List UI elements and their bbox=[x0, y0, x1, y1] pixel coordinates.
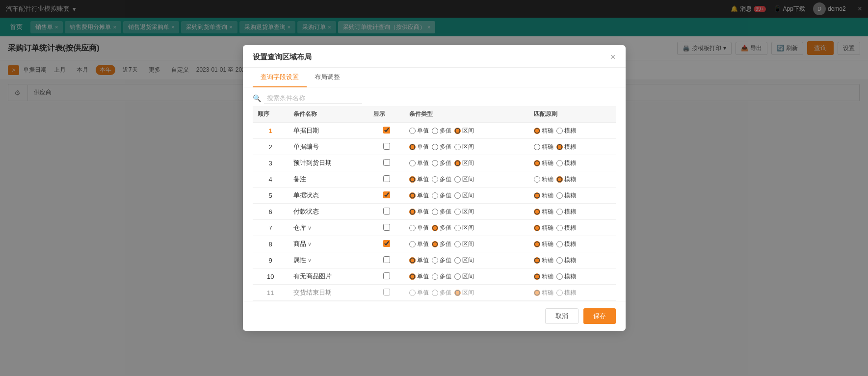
show-checkbox[interactable] bbox=[383, 175, 390, 182]
type-radio-单值[interactable] bbox=[409, 160, 416, 166]
type-option-多值[interactable]: 多值 bbox=[432, 272, 451, 281]
type-option-区间[interactable]: 区间 bbox=[454, 208, 474, 216]
type-radio-多值[interactable] bbox=[432, 144, 438, 150]
type-option-单值[interactable]: 单值 bbox=[409, 256, 429, 265]
type-radio-多值[interactable] bbox=[432, 209, 438, 215]
type-radio-多值[interactable] bbox=[432, 176, 438, 183]
type-option-多值[interactable]: 多值 bbox=[432, 289, 451, 297]
type-radio-单值[interactable] bbox=[409, 128, 416, 134]
match-option-模糊[interactable]: 模糊 bbox=[556, 256, 576, 265]
type-radio-区间[interactable] bbox=[454, 209, 461, 215]
match-option-模糊[interactable]: 模糊 bbox=[556, 208, 576, 216]
match-radio-精确[interactable] bbox=[534, 192, 540, 199]
show-checkbox[interactable] bbox=[383, 272, 390, 279]
match-option-模糊[interactable]: 模糊 bbox=[556, 175, 576, 184]
match-radio-模糊[interactable] bbox=[556, 225, 563, 231]
type-radio-单值[interactable] bbox=[409, 257, 416, 264]
match-radio-模糊[interactable] bbox=[556, 290, 563, 296]
type-radio-单值[interactable] bbox=[409, 273, 416, 280]
match-option-精确[interactable]: 精确 bbox=[534, 127, 553, 135]
match-radio-模糊[interactable] bbox=[556, 160, 563, 166]
match-radio-精确[interactable] bbox=[534, 290, 540, 296]
match-option-模糊[interactable]: 模糊 bbox=[556, 224, 576, 232]
type-radio-多值[interactable] bbox=[432, 225, 438, 231]
cancel-btn[interactable]: 取消 bbox=[545, 308, 579, 324]
type-radio-区间[interactable] bbox=[454, 192, 461, 199]
match-option-精确[interactable]: 精确 bbox=[534, 224, 553, 232]
show-checkbox[interactable] bbox=[383, 159, 390, 166]
type-radio-区间[interactable] bbox=[454, 257, 461, 264]
type-option-单值[interactable]: 单值 bbox=[409, 208, 429, 216]
type-option-单值[interactable]: 单值 bbox=[409, 143, 429, 151]
show-checkbox[interactable] bbox=[383, 127, 390, 134]
type-option-区间[interactable]: 区间 bbox=[454, 127, 474, 135]
match-option-模糊[interactable]: 模糊 bbox=[556, 143, 576, 151]
match-radio-模糊[interactable] bbox=[556, 241, 563, 247]
show-checkbox[interactable] bbox=[383, 256, 390, 263]
match-radio-模糊[interactable] bbox=[556, 128, 563, 134]
search-input[interactable] bbox=[264, 92, 362, 104]
match-radio-精确[interactable] bbox=[534, 128, 540, 134]
match-radio-模糊[interactable] bbox=[556, 192, 563, 199]
modal-close-btn[interactable]: × bbox=[610, 52, 616, 62]
match-radio-精确[interactable] bbox=[534, 176, 540, 183]
type-option-多值[interactable]: 多值 bbox=[432, 159, 451, 167]
type-radio-区间[interactable] bbox=[454, 128, 461, 134]
match-option-精确[interactable]: 精确 bbox=[534, 159, 553, 167]
type-radio-多值[interactable] bbox=[432, 273, 438, 280]
type-option-单值[interactable]: 单值 bbox=[409, 224, 429, 232]
match-radio-模糊[interactable] bbox=[556, 209, 563, 215]
type-option-区间[interactable]: 区间 bbox=[454, 272, 474, 281]
match-radio-精确[interactable] bbox=[534, 225, 540, 231]
type-option-区间[interactable]: 区间 bbox=[454, 224, 474, 232]
type-option-多值[interactable]: 多值 bbox=[432, 224, 451, 232]
show-checkbox[interactable] bbox=[383, 191, 390, 198]
type-option-单值[interactable]: 单值 bbox=[409, 191, 429, 200]
match-option-模糊[interactable]: 模糊 bbox=[556, 159, 576, 167]
type-radio-单值[interactable] bbox=[409, 209, 416, 215]
match-radio-精确[interactable] bbox=[534, 209, 540, 215]
type-option-单值[interactable]: 单值 bbox=[409, 159, 429, 167]
type-radio-单值[interactable] bbox=[409, 225, 416, 231]
type-radio-单值[interactable] bbox=[409, 176, 416, 183]
match-radio-精确[interactable] bbox=[534, 273, 540, 280]
type-option-单值[interactable]: 单值 bbox=[409, 175, 429, 184]
type-option-单值[interactable]: 单值 bbox=[409, 240, 429, 248]
match-radio-精确[interactable] bbox=[534, 160, 540, 166]
match-option-模糊[interactable]: 模糊 bbox=[556, 289, 576, 297]
match-radio-模糊[interactable] bbox=[556, 144, 563, 150]
type-option-区间[interactable]: 区间 bbox=[454, 175, 474, 184]
type-option-区间[interactable]: 区间 bbox=[454, 289, 474, 297]
match-radio-模糊[interactable] bbox=[556, 176, 563, 183]
type-radio-单值[interactable] bbox=[409, 192, 416, 199]
match-option-精确[interactable]: 精确 bbox=[534, 240, 553, 248]
type-radio-多值[interactable] bbox=[432, 160, 438, 166]
show-checkbox[interactable] bbox=[383, 240, 390, 247]
match-option-精确[interactable]: 精确 bbox=[534, 289, 553, 297]
type-option-多值[interactable]: 多值 bbox=[432, 240, 451, 248]
show-checkbox[interactable] bbox=[383, 208, 390, 215]
type-radio-多值[interactable] bbox=[432, 290, 438, 296]
type-radio-区间[interactable] bbox=[454, 273, 461, 280]
show-checkbox[interactable] bbox=[383, 224, 390, 231]
tab-query-fields[interactable]: 查询字段设置 bbox=[253, 68, 307, 87]
match-option-精确[interactable]: 精确 bbox=[534, 272, 553, 281]
type-radio-单值[interactable] bbox=[409, 290, 416, 296]
type-option-多值[interactable]: 多值 bbox=[432, 191, 451, 200]
match-radio-模糊[interactable] bbox=[556, 257, 563, 264]
type-option-多值[interactable]: 多值 bbox=[432, 175, 451, 184]
type-option-区间[interactable]: 区间 bbox=[454, 159, 474, 167]
match-radio-模糊[interactable] bbox=[556, 273, 563, 280]
type-radio-单值[interactable] bbox=[409, 144, 416, 150]
match-option-精确[interactable]: 精确 bbox=[534, 208, 553, 216]
type-option-单值[interactable]: 单值 bbox=[409, 127, 429, 135]
type-radio-区间[interactable] bbox=[454, 241, 461, 247]
type-radio-区间[interactable] bbox=[454, 290, 461, 296]
type-radio-区间[interactable] bbox=[454, 176, 461, 183]
match-option-模糊[interactable]: 模糊 bbox=[556, 272, 576, 281]
match-option-模糊[interactable]: 模糊 bbox=[556, 127, 576, 135]
match-option-精确[interactable]: 精确 bbox=[534, 191, 553, 200]
match-option-模糊[interactable]: 模糊 bbox=[556, 191, 576, 200]
type-radio-多值[interactable] bbox=[432, 192, 438, 199]
match-option-精确[interactable]: 精确 bbox=[534, 256, 553, 265]
